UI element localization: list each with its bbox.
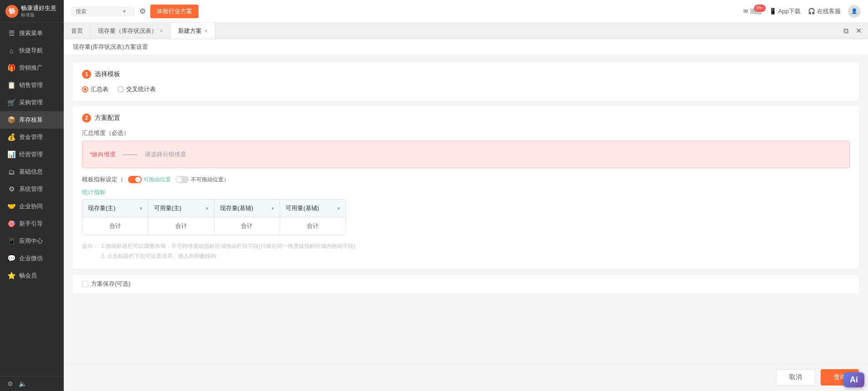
operation-icon: 📊 (7, 150, 15, 159)
online-service-label: 在线客服 (817, 7, 841, 15)
sidebar-item-operation[interactable]: 📊 经营管理 (0, 146, 64, 163)
cancel-button[interactable]: 取消 (776, 369, 815, 386)
col-header-3[interactable]: 现存量(基辅) ▾ (214, 200, 281, 217)
sidebar-item-search-menu[interactable]: ☰ 搜索菜单 (0, 25, 64, 42)
sidebar-item-label: 经营管理 (19, 150, 43, 159)
topbar: ▾ ⚙ 体验行业方案 ✉ 消息 99+ 📱 App下载 🎧 在线客服 👤 (64, 0, 868, 23)
search-input[interactable] (76, 8, 121, 15)
sidebar-item-wechat[interactable]: 💬 企业微信 (0, 250, 64, 267)
dim-placeholder: 请选择分组维度 (145, 150, 186, 159)
user-avatar[interactable]: 👤 (848, 5, 861, 18)
stats-table-body: 合计 合计 合计 合计 (82, 217, 346, 235)
sidebar-item-quick-nav[interactable]: ⌂ 快捷导航 (0, 42, 64, 59)
logo-icon: 畅 (5, 5, 18, 18)
sidebar-item-agreement[interactable]: 🤝 企业协同 (0, 198, 64, 215)
toggle-draggable[interactable] (128, 176, 142, 183)
dim-arrow: —— (123, 150, 138, 159)
save-checkbox-box[interactable] (82, 281, 88, 287)
sidebar-item-sales[interactable]: 📋 销售管理 (0, 77, 64, 94)
radio-summary[interactable]: 汇总表 (82, 85, 108, 93)
sidebar-item-marketing[interactable]: 🎁 营销推广 (0, 59, 64, 77)
tab-inventory-status[interactable]: 现存量（库存状况表） × (91, 23, 171, 39)
sound-icon[interactable]: 🔈 (19, 380, 26, 387)
non-draggable-toggle: 不可拖动位置） (175, 176, 229, 184)
sidebar-item-basic-info[interactable]: 🗂 基础信息 (0, 163, 64, 180)
tab-new-plan[interactable]: 新建方案 × (171, 23, 215, 39)
indicators-label: 模板指标设定（ 可拖动位置 不可拖动位置） (82, 175, 850, 184)
section2-num: 2 (82, 113, 91, 123)
ai-fab-button[interactable]: Ai (843, 372, 864, 387)
col-header-2[interactable]: 可用量(主) ▾ (148, 200, 214, 217)
section2-label: 方案配置 (95, 114, 120, 122)
chevron-down-icon[interactable]: ▾ (123, 8, 126, 15)
tip-line-2: 提示： 2. 点击标题栏下拉可设置排序、插入列和删除列 (82, 252, 850, 262)
sidebar-item-app-center[interactable]: 📱 应用中心 (0, 232, 64, 250)
sidebar-item-purchase[interactable]: 🛒 采购管理 (0, 94, 64, 111)
chevron-down-col4: ▾ (337, 206, 340, 211)
sidebar-item-label: 系统管理 (19, 185, 43, 193)
chevron-down-col1: ▾ (140, 206, 143, 211)
col-header-4[interactable]: 可用量(基辅) ▾ (280, 200, 346, 217)
section1-num: 1 (82, 70, 91, 79)
chevron-down-col2: ▾ (206, 206, 209, 211)
page-body: 1 选择模板 汇总表 交叉统计表 2 (64, 55, 868, 301)
toggle-non-draggable[interactable] (175, 176, 189, 183)
col-body-4: 合计 (280, 217, 346, 235)
sidebar-item-label: 新手引导 (19, 220, 43, 228)
sidebar-item-label: 资金管理 (19, 133, 43, 141)
radio-summary-dot (82, 86, 88, 93)
sidebar-item-system[interactable]: ⚙ 系统管理 (0, 180, 64, 198)
member-icon: ⭐ (7, 272, 15, 280)
stats-label: 统计指标 (82, 188, 850, 196)
messages-item[interactable]: ✉ 消息 99+ (743, 7, 762, 15)
radio-cross-dot (117, 86, 124, 93)
sidebar-item-label: 畅会员 (19, 272, 37, 280)
sidebar-item-inventory[interactable]: 📦 库存核算 (0, 111, 64, 129)
search-box[interactable]: ▾ (71, 6, 135, 16)
stats-table: 现存量(主) ▾ 可用量(主) ▾ 现存量(基辅) ▾ (82, 199, 346, 235)
wechat-icon: 💬 (7, 254, 15, 262)
tips-area: 提示： 1.拖动标题栏可以调整布局，不可跨维度或指标区域拖动栏目字段(只能在同一… (82, 242, 850, 261)
draggable-toggle: 可拖动位置 (128, 176, 171, 184)
save-checkbox[interactable]: 方案保存(可选) (82, 280, 131, 288)
settings-icon[interactable]: ⚙ (7, 380, 13, 387)
non-draggable-label: 不可拖动位置） (191, 176, 229, 184)
tab-restore-icon[interactable]: ⧉ (841, 26, 851, 36)
sidebar-item-label: 基础信息 (19, 168, 43, 176)
col-header-1[interactable]: 现存量(主) ▾ (82, 200, 148, 217)
message-icon: ✉ (743, 8, 748, 15)
purchase-icon: 🛒 (7, 98, 15, 107)
industry-plan-button[interactable]: 体验行业方案 (150, 5, 199, 18)
marketing-icon: 🎁 (7, 64, 15, 72)
gear-icon[interactable]: ⚙ (139, 7, 146, 15)
section-config: 2 方案配置 汇总维度（必选） *纵向维度 —— 请选择分组维度 模板指标设定（ (73, 106, 859, 268)
radio-cross[interactable]: 交叉统计表 (117, 85, 156, 93)
sales-icon: 📋 (7, 81, 15, 89)
search-menu-icon: ☰ (7, 29, 15, 37)
sidebar-footer: ⚙ 🔈 (0, 376, 64, 391)
tab-home[interactable]: 首页 (64, 23, 91, 39)
tab-close-inventory[interactable]: × (160, 28, 163, 34)
sidebar-item-member[interactable]: ⭐ 畅会员 (0, 267, 64, 284)
app-center-icon: 📱 (7, 237, 15, 245)
sidebar-item-label: 应用中心 (19, 237, 43, 245)
sidebar-item-label: 采购管理 (19, 98, 43, 107)
section2-title: 2 方案配置 (82, 113, 850, 123)
sidebar: 畅 畅康通好生意 标准版 ☰ 搜索菜单 ⌂ 快捷导航 🎁 营销推广 📋 销售管理… (0, 0, 64, 391)
save-checkbox-label: 方案保存(可选) (91, 280, 131, 288)
dimension-box[interactable]: *纵向维度 —— 请选择分组维度 (82, 141, 850, 168)
online-service-item[interactable]: 🎧 在线客服 (808, 7, 841, 15)
tip-label: 提示： (82, 242, 98, 252)
draggable-label: 可拖动位置 (143, 176, 171, 184)
sidebar-item-guide[interactable]: 🎯 新手引导 (0, 215, 64, 232)
page-header-text: 现存量(库存状况表)方案设置 (73, 43, 148, 50)
app-download-item[interactable]: 📱 App下载 (769, 7, 801, 15)
sidebar-item-finance[interactable]: 💰 资金管理 (0, 129, 64, 146)
service-icon: 🎧 (808, 8, 815, 15)
tab-close-all-icon[interactable]: ✕ (853, 26, 864, 36)
content-area: 现存量(库存状况表)方案设置 1 选择模板 汇总表 交叉统计表 (64, 39, 868, 363)
section1-title: 1 选择模板 (82, 70, 850, 79)
basic-info-icon: 🗂 (7, 168, 15, 176)
col-body-2: 合计 (148, 217, 214, 235)
tab-close-new-plan[interactable]: × (204, 28, 208, 34)
